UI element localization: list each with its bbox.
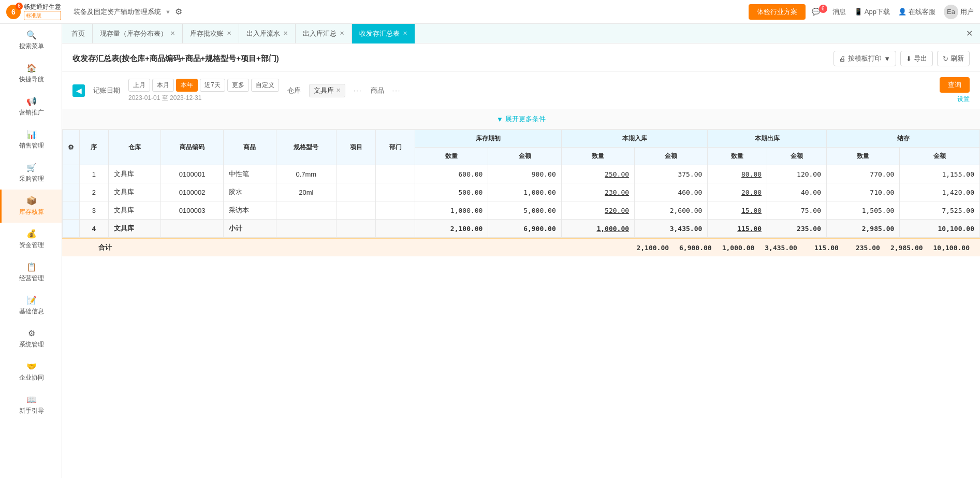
app-download-item[interactable]: 📱 App下载 xyxy=(854,7,890,17)
system-name-text: 装备及固定资产辅助管理系统 xyxy=(74,7,161,17)
tab-home[interactable]: 首页 xyxy=(64,24,93,44)
sidebar-label-basic-info: 基础信息 xyxy=(19,307,44,316)
row-in-qty[interactable]: 520.00 xyxy=(561,201,634,220)
date-btn-custom[interactable]: 自定义 xyxy=(251,79,279,92)
footer-opening-qty: 2,100.00 xyxy=(631,244,674,252)
online-service-item[interactable]: 👤 在线客服 xyxy=(898,7,935,17)
table-row: 1文具库0100001中性笔0.7mm600.00900.00250.00375… xyxy=(63,165,980,183)
refresh-btn[interactable]: ↻ 刷新 xyxy=(937,51,970,66)
sidebar: 🔍 搜索菜单 🏠 快捷导航 📢 营销推广 📊 销售管理 🛒 采购管理 📦 库存核… xyxy=(0,24,62,478)
col-group-out-header: 本期出库 xyxy=(708,130,827,148)
sidebar-label-quick-nav: 快捷导航 xyxy=(19,75,44,84)
row-settings xyxy=(63,165,80,183)
col-opening-amount-header: 金额 xyxy=(488,148,561,165)
sidebar-label-sales: 销售管理 xyxy=(19,141,44,150)
operations-icon: 📋 xyxy=(26,262,37,272)
tab-inventory-dist-label: 现存量（库存分布表） xyxy=(100,29,167,38)
sidebar-item-marketing[interactable]: 📢 营销推广 xyxy=(0,90,62,123)
date-btn-this-year[interactable]: 本年 xyxy=(176,79,198,92)
warehouse-tag-close[interactable]: ✕ xyxy=(336,87,341,94)
tab-close-all-btn[interactable]: ✕ xyxy=(961,28,978,38)
export-icon: ⬇ xyxy=(906,55,912,63)
page-title: 收发存汇总表(按仓库+商品编码+商品+规格型号+项目+部门) xyxy=(72,54,279,64)
sidebar-item-inventory[interactable]: 📦 库存核算 xyxy=(0,190,62,223)
tab-stock-summary-close[interactable]: ✕ xyxy=(403,30,407,37)
row-project xyxy=(337,220,376,238)
tab-inventory-dist-close[interactable]: ✕ xyxy=(170,30,175,37)
data-table: ⚙ 序 仓库 商品编码 商品 规格型号 项目 部门 库存期初 本期入库 xyxy=(62,129,980,238)
tab-batch-close[interactable]: ✕ xyxy=(227,30,231,37)
date-btn-prev-month[interactable]: 上月 xyxy=(128,79,150,92)
tab-inout-summary-close[interactable]: ✕ xyxy=(340,30,344,37)
warehouse-dots[interactable]: ··· xyxy=(354,86,362,94)
tab-inout-flow[interactable]: 出入库流水 ✕ xyxy=(239,24,296,44)
app-download-label: App下载 xyxy=(865,7,890,17)
row-in-qty[interactable]: 1,000.00 xyxy=(561,220,634,238)
sidebar-label-operations: 经营管理 xyxy=(19,274,44,283)
sidebar-item-enterprise[interactable]: 🤝 企业协同 xyxy=(0,355,62,388)
row-settings xyxy=(63,201,80,220)
sidebar-item-operations[interactable]: 📋 经营管理 xyxy=(0,256,62,289)
tab-inout-flow-close[interactable]: ✕ xyxy=(283,30,288,37)
row-department xyxy=(376,201,415,220)
row-no: 2 xyxy=(80,183,109,201)
purchase-icon: 🛒 xyxy=(26,163,37,172)
row-out-qty[interactable]: 20.00 xyxy=(708,183,767,201)
query-btn[interactable]: 查询 xyxy=(940,77,970,93)
notification-item[interactable]: 💬 6 消息 xyxy=(812,7,846,17)
phone-icon: 📱 xyxy=(854,8,862,16)
footer-balance-qty: 2,985.00 xyxy=(885,244,928,252)
sidebar-item-purchase[interactable]: 🛒 采购管理 xyxy=(0,156,62,190)
tab-inout-summary[interactable]: 出入库汇总 ✕ xyxy=(296,24,352,44)
user-item[interactable]: Ea 用户 xyxy=(944,5,974,19)
user-label: 用户 xyxy=(960,7,974,17)
expand-more-btn[interactable]: ▼ 展开更多条件 xyxy=(496,112,546,126)
row-out-qty[interactable]: 15.00 xyxy=(708,201,767,220)
row-department xyxy=(376,220,415,238)
sidebar-item-basic-info[interactable]: 📝 基础信息 xyxy=(0,289,62,322)
row-in-qty[interactable]: 250.00 xyxy=(561,165,634,183)
sidebar-item-sales[interactable]: 📊 销售管理 xyxy=(0,123,62,156)
row-no: 1 xyxy=(80,165,109,183)
row-goods-name: 小计 xyxy=(224,220,276,238)
col-goods-name-header: 商品 xyxy=(224,130,276,165)
trial-button[interactable]: 体验行业方案 xyxy=(749,4,806,20)
row-goods-code xyxy=(161,220,224,238)
table-wrap: ⚙ 序 仓库 商品编码 商品 规格型号 项目 部门 库存期初 本期入库 xyxy=(62,129,980,238)
page-content: 收发存汇总表(按仓库+商品编码+商品+规格型号+项目+部门) 🖨 按模板打印 ▼… xyxy=(62,44,980,478)
tab-batch[interactable]: 库存批次账 ✕ xyxy=(183,24,239,44)
row-balance-qty: 710.00 xyxy=(827,183,900,201)
sidebar-item-system[interactable]: ⚙ 系统管理 xyxy=(0,322,62,355)
row-in-qty[interactable]: 230.00 xyxy=(561,183,634,201)
filter-bar: ◀ 记账日期 上月 本月 本年 近7天 更多 自定义 xyxy=(62,72,980,109)
footer-label: 合计 xyxy=(67,243,143,252)
sidebar-item-guide[interactable]: 📖 新手引导 xyxy=(0,388,62,422)
row-out-amount: 235.00 xyxy=(767,220,827,238)
sidebar-item-finance[interactable]: 💰 资金管理 xyxy=(0,223,62,256)
sidebar-item-quick-nav[interactable]: 🏠 快捷导航 xyxy=(0,57,62,90)
system-dropdown-btn[interactable]: ▼ xyxy=(165,9,171,15)
setting-link[interactable]: 设置 xyxy=(957,95,970,104)
user-avatar: Ea xyxy=(944,5,958,19)
row-out-qty[interactable]: 80.00 xyxy=(708,165,767,183)
row-out-qty[interactable]: 115.00 xyxy=(708,220,767,238)
date-btn-more[interactable]: 更多 xyxy=(227,79,249,92)
col-project-header: 项目 xyxy=(337,130,376,165)
footer-out-amount: 235.00 xyxy=(844,244,885,252)
tab-stock-summary[interactable]: 收发存汇总表 ✕ xyxy=(352,24,415,44)
tab-inventory-dist[interactable]: 现存量（库存分布表） ✕ xyxy=(93,24,183,44)
sidebar-item-search[interactable]: 🔍 搜索菜单 xyxy=(0,24,62,57)
system-settings-btn[interactable]: ⚙ xyxy=(175,7,182,17)
date-btn-7days[interactable]: 近7天 xyxy=(200,79,225,92)
export-btn-label: 导出 xyxy=(914,54,927,63)
footer-in-amount: 3,435.00 xyxy=(759,244,802,252)
goods-dots[interactable]: ··· xyxy=(392,86,401,94)
content-area: 首页 现存量（库存分布表） ✕ 库存批次账 ✕ 出入库流水 ✕ 出入库汇总 ✕ … xyxy=(62,24,980,478)
expand-icon: ▼ xyxy=(496,115,503,123)
export-btn[interactable]: ⬇ 导出 xyxy=(900,51,933,66)
col-settings-header[interactable]: ⚙ xyxy=(63,130,80,165)
print-btn[interactable]: 🖨 按模板打印 ▼ xyxy=(833,51,896,66)
date-btn-this-month[interactable]: 本月 xyxy=(152,79,174,92)
filter-collapse-btn[interactable]: ◀ xyxy=(72,84,85,97)
sidebar-label-marketing: 营销推广 xyxy=(19,108,44,117)
